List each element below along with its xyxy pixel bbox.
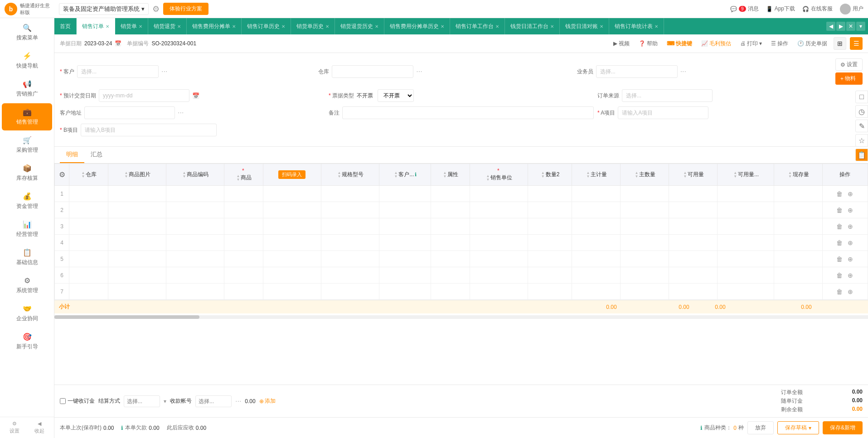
- tab-7[interactable]: 销货退货历史✕: [335, 18, 384, 34]
- salesperson-input[interactable]: [596, 65, 678, 78]
- tab-9[interactable]: 销售订单工作台✕: [450, 18, 505, 34]
- row-copy-6[interactable]: ⊕: [846, 271, 855, 280]
- stock-sort-icon[interactable]: ▲▼: [788, 171, 792, 178]
- bank-account-input[interactable]: [195, 395, 232, 407]
- info-icon[interactable]: ℹ: [415, 172, 417, 178]
- tab-11[interactable]: 钱货日清对账✕: [560, 18, 609, 34]
- note-input[interactable]: [342, 106, 594, 119]
- sidebar-item-销售管理[interactable]: 💼 销售管理: [2, 103, 52, 130]
- project-b-input[interactable]: [81, 124, 217, 136]
- sidebar-item-基础信息[interactable]: 📋 基础信息: [2, 244, 52, 271]
- sidebar-settings[interactable]: ⚙ 设置: [10, 421, 19, 434]
- tab-close-6[interactable]: ✕: [325, 24, 329, 29]
- mainunit-sort-icon[interactable]: ▲▼: [586, 171, 590, 178]
- tab-10[interactable]: 钱货日清工作台✕: [505, 18, 560, 34]
- tab-detail[interactable]: 明细: [60, 147, 84, 163]
- sidebar-item-系统管理[interactable]: ⚙ 系统管理: [2, 272, 52, 299]
- tab-summary[interactable]: 汇总: [84, 147, 109, 163]
- custcode-sort-icon[interactable]: ▲▼: [394, 171, 398, 178]
- tab-close-5[interactable]: ✕: [281, 24, 285, 29]
- unit-sort-icon[interactable]: ▲▼: [486, 174, 490, 182]
- sidebar-item-搜索菜单[interactable]: 🔍 搜索菜单: [2, 19, 52, 46]
- save-new-button[interactable]: 保存&新增: [823, 421, 863, 434]
- save-draft-button[interactable]: 保存草稿 ▾: [777, 421, 819, 434]
- tab-prev-button[interactable]: ◀: [826, 22, 835, 31]
- horizontal-scrollbar[interactable]: [54, 315, 868, 319]
- tab-close-11[interactable]: ✕: [600, 24, 603, 29]
- row-delete-6[interactable]: 🗑: [835, 271, 844, 280]
- tab-close-4[interactable]: ✕: [232, 24, 236, 29]
- sidebar-item-采购管理[interactable]: 🛒 采购管理: [2, 131, 52, 159]
- tab-close-3[interactable]: ✕: [177, 24, 181, 29]
- sidebar-collapse[interactable]: ◀ 收起: [34, 421, 44, 434]
- right-btn-5[interactable]: 📋: [855, 149, 868, 161]
- app-download-item[interactable]: 📱 App下载: [766, 5, 795, 13]
- row-delete-1[interactable]: 🗑: [835, 189, 844, 198]
- view-button[interactable]: ▶ 视频: [611, 39, 632, 48]
- payment-method-input[interactable]: [124, 395, 160, 407]
- bank-more-icon[interactable]: ···: [235, 397, 241, 405]
- tab-2[interactable]: 销货单✕: [115, 18, 148, 34]
- tab-close-10[interactable]: ✕: [550, 24, 554, 29]
- payment-chevron-icon[interactable]: ▾: [164, 398, 166, 404]
- row-delete-2[interactable]: 🗑: [835, 206, 844, 215]
- row-delete-7[interactable]: 🗑: [835, 287, 844, 296]
- attr-sort-icon[interactable]: ▲▼: [443, 171, 446, 178]
- right-btn-2[interactable]: ◷: [855, 105, 868, 118]
- warehouse-input[interactable]: 成品库: [332, 65, 413, 78]
- avail2-sort-icon[interactable]: ▲▼: [733, 171, 737, 178]
- shortcut-button[interactable]: ⌨ 快捷键: [664, 39, 695, 48]
- mainqty-sort-icon[interactable]: ▲▼: [635, 171, 638, 178]
- notification-item[interactable]: 💬 9 消息: [730, 5, 759, 13]
- right-btn-4[interactable]: ☆: [855, 134, 868, 147]
- tab-close-all-button[interactable]: ✕: [846, 22, 855, 31]
- online-service-item[interactable]: 🎧 在线客服: [802, 5, 833, 13]
- solution-button[interactable]: 体验行业方案: [163, 3, 209, 15]
- qty2-sort-icon[interactable]: ▲▼: [541, 171, 545, 178]
- tab-close-2[interactable]: ✕: [139, 24, 142, 29]
- img-sort-icon[interactable]: ▲▼: [124, 171, 128, 178]
- tab-menu-button[interactable]: ▾: [856, 22, 865, 31]
- scrollbar-thumb[interactable]: [54, 315, 199, 319]
- row-delete-4[interactable]: 🗑: [835, 238, 844, 247]
- sidebar-item-快捷导航[interactable]: ⚡ 快捷导航: [2, 47, 52, 74]
- add-material-button[interactable]: + 物料: [835, 72, 863, 85]
- row-copy-2[interactable]: ⊕: [846, 206, 855, 215]
- row-copy-3[interactable]: ⊕: [846, 222, 855, 231]
- delivery-input[interactable]: [99, 89, 189, 102]
- order-source-input[interactable]: [622, 89, 713, 102]
- address-input[interactable]: [84, 106, 175, 119]
- sidebar-item-资金管理[interactable]: 💰 资金管理: [2, 188, 52, 215]
- row-delete-3[interactable]: 🗑: [835, 222, 844, 231]
- sidebar-item-企业协同[interactable]: 🤝 企业协同: [2, 300, 52, 327]
- project-a-input[interactable]: [618, 106, 708, 119]
- sidebar-item-营销推广[interactable]: 📢 营销推广: [2, 75, 52, 102]
- salesperson-more-icon[interactable]: ···: [680, 67, 686, 76]
- list-view-button[interactable]: ☰: [850, 37, 863, 50]
- add-button[interactable]: ⊕ 添加: [259, 397, 276, 405]
- draft-chevron-icon[interactable]: ▾: [809, 425, 811, 431]
- one-click-checkbox[interactable]: [60, 398, 66, 404]
- customer-more-icon[interactable]: ···: [161, 67, 167, 76]
- sidebar-item-新手引导[interactable]: 🎯 新手引导: [2, 328, 52, 355]
- code-sort-icon[interactable]: ▲▼: [182, 171, 186, 178]
- tab-close-1[interactable]: ✕: [106, 24, 109, 29]
- tab-3[interactable]: 销货退货✕: [148, 18, 187, 34]
- sidebar-item-库存核算[interactable]: 📦 库存核算: [2, 159, 52, 187]
- row-copy-7[interactable]: ⊕: [846, 287, 855, 296]
- customer-input[interactable]: [77, 65, 159, 78]
- warehouse-more-icon[interactable]: ···: [416, 67, 422, 76]
- number-value[interactable]: SO-20230324-001: [151, 40, 196, 47]
- invoice-select[interactable]: 不开票: [378, 89, 414, 102]
- delivery-calendar-icon[interactable]: 📅: [192, 92, 199, 99]
- profit-button[interactable]: 📈 毛利预估: [698, 39, 734, 48]
- print-button[interactable]: 🖨 打印 ▾: [737, 39, 765, 48]
- row-delete-5[interactable]: 🗑: [835, 255, 844, 264]
- tab-close-9[interactable]: ✕: [495, 24, 499, 29]
- product-sort-icon[interactable]: ▲▼: [236, 174, 240, 182]
- help-button[interactable]: ❓ 帮助: [636, 39, 660, 48]
- operate-button[interactable]: ☰ 操作: [768, 39, 791, 48]
- avail1-sort-icon[interactable]: ▲▼: [683, 171, 687, 178]
- system-name[interactable]: 装备及固定资产辅助管理系统 ▾: [59, 3, 149, 15]
- scan-button[interactable]: 扫码录入: [278, 170, 305, 179]
